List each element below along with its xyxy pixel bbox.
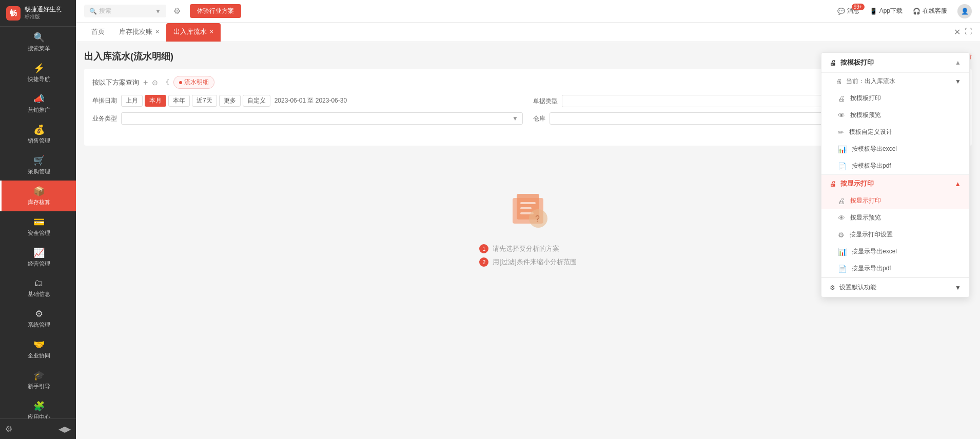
tab-flow[interactable]: 出入库流水× — [166, 23, 221, 42]
filter-tag[interactable]: 流水明细 — [173, 76, 214, 89]
display-item-0[interactable]: 🖨 按显示打印 — [821, 192, 969, 209]
template-section-arrow: ▲ — [955, 59, 961, 66]
current-template[interactable]: 🖨 当前：出入库流水 ▼ — [821, 73, 969, 90]
filter-title: 按以下方案查询 — [92, 78, 139, 87]
message-icon: 💬 — [837, 8, 845, 15]
sidebar-item-apps[interactable]: 🧩 应用中心 — [0, 395, 76, 418]
sidebar-item-sales[interactable]: 💰 销售管理 — [0, 119, 76, 150]
dropdown-footer[interactable]: ⚙ 设置默认功能 ▼ — [821, 277, 969, 297]
step-num-2: 2 — [479, 257, 488, 267]
date-btn-3[interactable]: 近7天 — [192, 95, 217, 107]
sidebar-icon-operations: 📈 — [33, 247, 45, 258]
display-section-arrow: ▲ — [954, 180, 961, 188]
biz-select[interactable]: ▼ — [121, 112, 523, 125]
filter-collapse-icon[interactable]: 《 — [162, 78, 169, 87]
tab-close-flow[interactable]: × — [210, 28, 213, 35]
filter-add-icon[interactable]: + — [143, 78, 148, 87]
user-avatar[interactable]: 👤 — [957, 4, 972, 18]
display-item-icon-2: ⚙ — [838, 231, 845, 239]
sidebar-label-search: 搜索菜单 — [28, 45, 50, 52]
date-btn-4[interactable]: 更多 — [219, 95, 241, 107]
topbar-app-download[interactable]: 📱 App下载 — [870, 7, 903, 15]
display-item-1[interactable]: 👁 按显示预览 — [821, 209, 969, 226]
template-print-section-header[interactable]: 🖨 按模板打印 ▲ — [821, 53, 969, 73]
display-item-3[interactable]: 📊 按显示导出excel — [821, 243, 969, 260]
date-btn-1[interactable]: 本月 — [145, 95, 166, 107]
display-print-section-icon: 🖨 — [830, 180, 836, 188]
svg-rect-3 — [520, 207, 532, 209]
template-item-label-1: 按模板预览 — [850, 111, 881, 119]
date-btn-2[interactable]: 本年 — [168, 95, 190, 107]
sidebar-label-apps: 应用中心 — [28, 413, 50, 418]
sidebar-label-marketing: 营销推广 — [28, 106, 50, 114]
topbar-online-service[interactable]: 🎧 在线客服 — [913, 7, 947, 15]
display-item-icon-3: 📊 — [838, 248, 847, 256]
app-name: 畅捷通好生意 — [25, 6, 62, 14]
dropdown-panel: 🖨 按模板打印 ▲ 🖨 当前：出入库流水 ▼ 🖨 按模板打印 👁 按模板预览 ✏… — [821, 52, 970, 297]
tab-batch[interactable]: 库存批次账× — [112, 23, 166, 42]
biz-select-arrow: ▼ — [512, 115, 518, 122]
window-expand-icon[interactable]: ⛶ — [965, 27, 972, 37]
trial-button[interactable]: 体验行业方案 — [190, 4, 241, 18]
date-btn-5[interactable]: 自定义 — [243, 95, 270, 107]
display-print-section-header[interactable]: 🖨 按显示打印 ▲ — [821, 175, 969, 192]
sidebar-item-search[interactable]: 🔍 搜索菜单 — [0, 27, 76, 57]
display-item-icon-4: 📄 — [838, 265, 847, 273]
current-arrow: ▼ — [955, 78, 961, 85]
sidebar-label-inventory: 库存核算 — [28, 198, 50, 206]
window-close-icon[interactable]: ✕ — [954, 27, 961, 37]
sidebar-icon-sales: 💰 — [33, 124, 45, 135]
sidebar-item-collab[interactable]: 🤝 企业协同 — [0, 334, 76, 365]
footer-label: 设置默认功能 — [839, 283, 876, 292]
template-item-icon-2: ✏ — [838, 128, 844, 136]
biz-filter-label: 业务类型 — [92, 114, 117, 123]
sidebar-label-quick: 快捷导航 — [28, 75, 50, 83]
tab-label-home: 首页 — [91, 27, 105, 36]
template-item-0[interactable]: 🖨 按模板打印 — [821, 90, 969, 107]
template-item-1[interactable]: 👁 按模板预览 — [821, 107, 969, 124]
tab-home[interactable]: 首页 — [84, 23, 112, 42]
sidebar-icon-purchase: 🛒 — [33, 155, 45, 166]
template-item-4[interactable]: 📄 按模板导出pdf — [821, 157, 969, 174]
tab-close-batch[interactable]: × — [155, 28, 159, 35]
empty-step-1: 1 请先选择要分析的方案 — [479, 244, 576, 253]
sidebar-icon-basic: 🗂 — [34, 278, 44, 289]
sidebar-icon-system: ⚙ — [35, 308, 43, 320]
service-icon: 🎧 — [913, 8, 920, 15]
display-item-2[interactable]: ⚙ 按显示打印设置 — [821, 226, 969, 243]
sidebar-icon-apps: 🧩 — [33, 401, 45, 412]
topbar-gear-icon[interactable]: ⚙ — [173, 6, 181, 16]
topbar-search-box[interactable]: 🔍 搜索 ▼ — [84, 5, 166, 17]
sidebar-item-inventory[interactable]: 📦 库存核算 — [0, 181, 76, 211]
sidebar-label-sales: 销售管理 — [28, 137, 50, 145]
topbar-message[interactable]: 💬 消息 99+ — [837, 7, 859, 15]
sidebar-item-quick[interactable]: ⚡ 快捷导航 — [0, 57, 76, 88]
display-item-label-4: 按显示导出pdf — [852, 264, 891, 273]
sidebar-item-finance[interactable]: 💳 资金管理 — [0, 211, 76, 242]
sidebar-item-basic[interactable]: 🗂 基础信息 — [0, 273, 76, 303]
tab-label-flow: 出入库流水 — [173, 27, 207, 36]
sidebar-icon-collab: 🤝 — [33, 339, 45, 350]
date-btn-0[interactable]: 上月 — [121, 95, 143, 107]
sidebar-item-guide[interactable]: 🎓 新手引导 — [0, 365, 76, 395]
sidebar-icon-marketing: 📣 — [33, 93, 45, 105]
sidebar-item-operations[interactable]: 📈 经营管理 — [0, 242, 76, 273]
display-item-4[interactable]: 📄 按显示导出pdf — [821, 260, 969, 277]
empty-steps: 1 请先选择要分析的方案 2 用[过滤]条件来缩小分析范围 — [479, 244, 576, 267]
template-item-2[interactable]: ✏ 模板自定义设计 — [821, 124, 969, 141]
sidebar-item-system[interactable]: ⚙ 系统管理 — [0, 303, 76, 334]
template-item-icon-3: 📊 — [838, 145, 847, 153]
sidebar-collapse-icon[interactable]: ◀▶ — [58, 424, 71, 434]
sidebar-item-marketing[interactable]: 📣 营销推广 — [0, 88, 76, 119]
display-item-icon-1: 👁 — [838, 214, 845, 222]
template-item-3[interactable]: 📊 按模板导出excel — [821, 141, 969, 157]
avatar-placeholder: 👤 — [961, 8, 969, 15]
display-item-label-2: 按显示打印设置 — [850, 230, 893, 239]
sidebar-settings-icon[interactable]: ⚙ — [5, 424, 12, 434]
date-range: 2023-06-01 至 2023-06-30 — [275, 96, 347, 105]
sidebar-label-basic: 基础信息 — [28, 290, 50, 298]
filter-settings-icon[interactable]: ⊙ — [152, 78, 158, 87]
sidebar-icon-search: 🔍 — [33, 32, 45, 43]
print-section-icon: 🖨 — [830, 59, 836, 67]
sidebar-item-purchase[interactable]: 🛒 采购管理 — [0, 150, 76, 181]
